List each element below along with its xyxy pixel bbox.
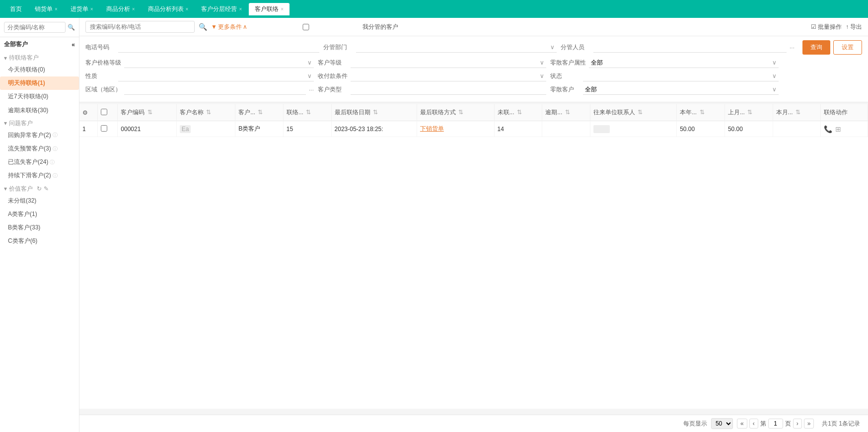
col-not-contacted[interactable]: 未联... ⇅: [494, 104, 542, 121]
nav-home[interactable]: 首页: [4, 3, 28, 15]
filter-select-retail-customer[interactable]: 全部: [583, 84, 779, 94]
filter-cell-payment: 收付款条件 ∨: [318, 71, 546, 81]
col-contact[interactable]: 联络... ⇅: [283, 104, 331, 121]
advanced-filter-panel: 电话号码 分管部门 ∨ 分管人员 ··· 查询 设置: [79, 36, 868, 102]
sidebar-item-today[interactable]: 今天待联络(0): [0, 63, 79, 76]
col-last-contact-date[interactable]: 最后联络日期 ⇅: [331, 104, 417, 121]
cell-last-contact-method[interactable]: 下销货单: [417, 121, 494, 137]
nav-sales-order[interactable]: 销货单 ×: [29, 3, 64, 15]
col-last-month[interactable]: 上月... ⇅: [724, 104, 773, 121]
col-customer-type[interactable]: 客户... ⇅: [235, 104, 284, 121]
filter-icon: ▼: [211, 23, 217, 30]
filter-cell-region: 区域（地区） ···: [85, 84, 314, 95]
search-button[interactable]: 🔍: [199, 23, 207, 31]
batch-operation-button[interactable]: ☑ 批量操作: [811, 23, 842, 31]
sort-icon-not-contacted: ⇅: [517, 109, 522, 116]
my-customers-checkbox[interactable]: [251, 24, 361, 30]
sidebar-search-icon[interactable]: 🔍: [68, 24, 75, 31]
nav-close-product-analysis-list[interactable]: ×: [186, 6, 189, 12]
sidebar-item-churned[interactable]: 已流失客户(24) ⓘ: [0, 155, 79, 169]
sidebar-search-input[interactable]: [4, 22, 66, 33]
filter-select-retail-attr[interactable]: 全部: [589, 58, 779, 68]
sidebar-collapse-icon[interactable]: [72, 41, 75, 48]
col-this-month[interactable]: 本月... ⇅: [773, 104, 821, 121]
value-group-refresh-icon[interactable]: ↻: [37, 185, 42, 192]
filter-label-retail-customer: 零散客户: [550, 85, 580, 94]
sidebar-item-7days[interactable]: 近7天待联络(0): [0, 90, 79, 103]
filter-label-customer-level: 客户等级: [318, 59, 348, 67]
export-button[interactable]: ↑ 导出: [846, 23, 862, 31]
sidebar-item-declining[interactable]: 持续下滑客户(2) ⓘ: [0, 169, 79, 182]
nav-customer-contact[interactable]: 客户联络 ×: [249, 3, 289, 15]
nav-customer-segmentation[interactable]: 客户分层经营 ×: [195, 3, 248, 15]
value-group-edit-icon[interactable]: ✎: [44, 185, 49, 192]
cell-code: 000021: [118, 121, 176, 137]
next-page-button[interactable]: ›: [793, 419, 802, 429]
prev-page-button[interactable]: ‹: [749, 419, 758, 429]
col-last-contact-method[interactable]: 最后联络方式 ⇅: [417, 104, 494, 121]
sidebar-item-class-a[interactable]: A类客户(1): [0, 208, 79, 221]
col-overdue[interactable]: 逾期... ⇅: [542, 104, 590, 121]
filter-input-region[interactable]: [124, 84, 306, 95]
manager-dots-icon[interactable]: ···: [790, 44, 795, 51]
nav-product-analysis-list[interactable]: 商品分析列表 ×: [142, 3, 195, 15]
filter-bar-right: ☑ 批量操作 ↑ 导出: [811, 23, 862, 31]
sidebar-item-churn-warning[interactable]: 流失预警客户(3) ⓘ: [0, 142, 79, 155]
sidebar-all-customers[interactable]: 全部客户: [0, 37, 79, 52]
select-all-checkbox[interactable]: [101, 109, 107, 115]
col-name[interactable]: 客户名称 ⇅: [176, 104, 235, 121]
query-button[interactable]: 查询: [802, 40, 830, 55]
col-code[interactable]: 客户编码 ⇅: [118, 104, 176, 121]
filter-cell-customer-type: 客户类型: [318, 84, 546, 95]
filter-select-customer-level[interactable]: [351, 58, 546, 68]
sort-icon-type: ⇅: [258, 109, 263, 116]
page-input[interactable]: [768, 419, 783, 429]
action-grid-icon[interactable]: ⊞: [835, 125, 841, 133]
filter-select-status[interactable]: [583, 71, 779, 81]
filter-input-customer-type[interactable]: [351, 84, 546, 95]
cell-customer-type: B类客户: [235, 121, 284, 137]
filter-select-dept[interactable]: [356, 42, 557, 52]
sort-icon-this-month: ⇅: [796, 109, 800, 116]
sort-icon-overdue: ⇅: [565, 109, 570, 116]
main-layout: 🔍 全部客户 ▾ 待联络客户 今天待联络(0) 明天待联络(1) 近7天待联络(…: [0, 18, 868, 432]
sidebar-item-class-c[interactable]: C类客户(6): [0, 234, 79, 248]
nav-close-sales-order[interactable]: ×: [55, 6, 58, 12]
filter-input-manager[interactable]: [593, 42, 787, 53]
cell-checkbox[interactable]: [97, 121, 117, 137]
nav-close-customer-segmentation[interactable]: ×: [239, 6, 242, 12]
filter-input-phone[interactable]: [118, 42, 319, 53]
filter-select-nature[interactable]: [118, 71, 314, 81]
my-customers-checkbox-label[interactable]: 我分管的客户: [251, 23, 398, 31]
filter-row-2: 客户价格等级 ∨ 客户等级 ∨ 零散客户属性: [85, 58, 862, 68]
sidebar-item-ungrouped[interactable]: 未分组(32): [0, 194, 79, 208]
horizontal-scrollbar[interactable]: [79, 411, 868, 415]
nav-close-customer-contact[interactable]: ×: [281, 6, 284, 12]
last-page-button[interactable]: »: [804, 419, 814, 429]
nav-purchase-order[interactable]: 进货单 ×: [65, 3, 99, 15]
filter-select-price-level[interactable]: [124, 58, 314, 68]
col-this-year[interactable]: 本年... ⇅: [677, 104, 725, 121]
data-table-container: ⚙ 客户编码 ⇅ 客户名称 ⇅ 客户... ⇅ 联络... ⇅ 最后联络日期 ⇅…: [79, 104, 868, 409]
sidebar-item-tomorrow[interactable]: 明天待联络(1): [0, 76, 79, 90]
region-dots-icon[interactable]: ···: [309, 86, 314, 93]
sidebar-item-class-b[interactable]: B类客户(33): [0, 221, 79, 234]
col-checkbox[interactable]: [97, 104, 117, 121]
filter-select-payment[interactable]: [351, 71, 546, 81]
sort-icon-contact: ⇅: [306, 109, 311, 116]
nav-close-product-analysis[interactable]: ×: [132, 6, 135, 12]
row-checkbox[interactable]: [101, 125, 107, 132]
per-page-select[interactable]: 50: [711, 418, 733, 429]
sidebar-item-repurchase-abnormal[interactable]: 回购异常客户(2) ⓘ: [0, 129, 79, 142]
col-settings[interactable]: ⚙: [79, 104, 97, 121]
col-company-contact[interactable]: 往来单位联系人 ⇅: [590, 104, 676, 121]
action-phone-icon[interactable]: 📞: [824, 125, 832, 133]
sidebar-item-overdue[interactable]: 逾期未联络(30): [0, 104, 79, 117]
more-conditions-button[interactable]: ▼ 更多条件 ∧: [211, 23, 247, 31]
nav-close-purchase-order[interactable]: ×: [90, 6, 93, 12]
filter-cell-status: 状态 ∨: [550, 71, 779, 81]
settings-button[interactable]: 设置: [833, 40, 862, 55]
nav-product-analysis[interactable]: 商品分析 ×: [100, 3, 141, 15]
first-page-button[interactable]: «: [737, 419, 747, 429]
search-input[interactable]: [85, 21, 195, 33]
